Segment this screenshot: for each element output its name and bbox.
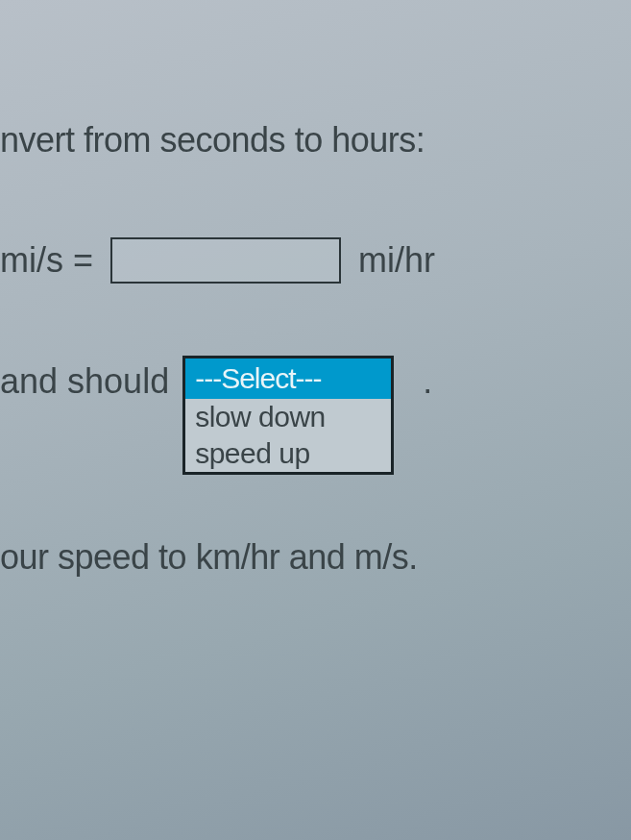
dropdown-option-slow-down[interactable]: slow down [185, 399, 391, 435]
dropdown-row: and should ---Select--- slow down speed … [0, 356, 631, 475]
action-dropdown[interactable]: ---Select--- slow down speed up [182, 356, 394, 475]
conversion-row: mi/s = mi/hr [0, 237, 631, 284]
instruction-text-1: nvert from seconds to hours: [0, 120, 631, 161]
input-left-label: mi/s = [0, 240, 93, 281]
dropdown-option-speed-up[interactable]: speed up [185, 435, 391, 472]
dropdown-placeholder[interactable]: ---Select--- [185, 358, 391, 399]
instruction-text-2: our speed to km/hr and m/s. [0, 537, 631, 578]
dropdown-prefix-text: and should [0, 356, 169, 402]
sentence-period: . [423, 356, 432, 402]
mi-per-hr-input[interactable] [110, 237, 341, 284]
input-right-label: mi/hr [358, 240, 435, 281]
